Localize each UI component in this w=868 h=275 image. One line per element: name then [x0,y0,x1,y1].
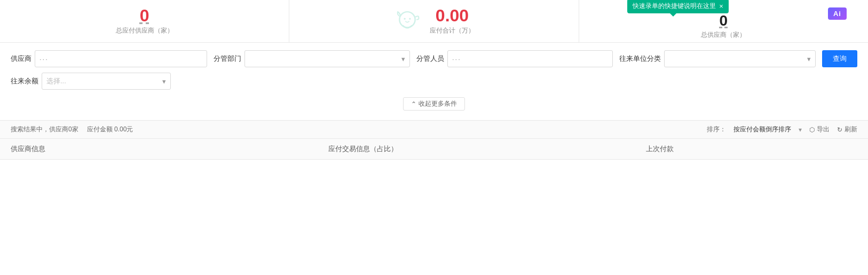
query-button[interactable]: 查询 [822,50,857,67]
unit-input[interactable]: ▾ [664,50,816,67]
unit-arrow: ▾ [807,55,811,63]
tooltip-bubble: 快速录单的快捷键说明在这里 × [627,0,729,13]
supplier-dots: ··· [40,55,49,63]
collapse-label: 收起更多条件 [419,99,457,108]
sort-arrow: ▾ [799,126,802,133]
balance-label: 往来余额 [11,76,38,86]
svg-point-1 [404,18,405,19]
svg-point-2 [409,18,411,19]
dept-field-group: 分管部门 ▾ [214,50,410,67]
person-field-group: 分管人员 ··· [416,50,613,67]
export-label: 导出 [817,125,830,134]
payable-supplier-label: 总应付供应商（家） [116,26,173,35]
balance-placeholder: 选择... [46,76,66,86]
pig-icon [393,7,421,35]
collapse-row: ⌃ 收起更多条件 [11,95,857,116]
dept-label: 分管部门 [214,54,241,64]
col-header-info: 供应商信息 [11,144,328,154]
stat-block-mid: 0.00 应付合计（万） [289,0,579,42]
col-header-trans: 应付交易信息（占比） [328,144,646,154]
collapse-icon: ⌃ [411,100,416,108]
result-left: 搜索结果中，供应商0家 应付金额 0.00元 [11,125,133,134]
unit-field-group: 往来单位分类 ▾ [619,50,816,67]
result-amount: 应付金额 0.00元 [87,125,133,134]
balance-field-group: 往来余额 选择... ▾ [11,73,171,90]
balance-input[interactable]: 选择... ▾ [42,73,171,90]
tooltip-close-btn[interactable]: × [719,3,723,10]
supplier-field-group: 供应商 ··· [11,50,207,67]
person-dots: ··· [452,55,461,63]
refresh-button[interactable]: ↻ 刷新 [837,125,857,134]
tooltip-text: 快速录单的快捷键说明在这里 [633,2,716,11]
dept-input[interactable]: ▾ [244,50,410,67]
search-row-2: 往来余额 选择... ▾ [11,73,857,90]
unit-label: 往来单位分类 [619,54,661,64]
stat-block-right: 快速录单的快捷键说明在这里 × 0 总供应商（家） Ai [579,0,868,42]
svg-point-0 [399,12,415,27]
ai-badge[interactable]: Ai [828,7,847,20]
result-supplier-count: 搜索结果中，供应商0家 [11,125,78,134]
supplier-input[interactable]: ··· [35,50,207,67]
search-area: 供应商 ··· 分管部门 ▾ 分管人员 ··· 往来单位分类 ▾ [0,43,868,121]
table-body [0,160,868,275]
export-button[interactable]: ⬡ 导出 [809,125,830,134]
refresh-icon: ↻ [837,126,842,133]
total-amount-number: 0.00 [430,7,475,24]
person-label: 分管人员 [416,54,444,64]
dept-arrow: ▾ [401,55,405,63]
sort-value[interactable]: 按应付会额倒序排序 [733,125,791,134]
result-right: 排序： 按应付会额倒序排序 ▾ ⬡ 导出 ↻ 刷新 [707,125,857,134]
search-row-1: 供应商 ··· 分管部门 ▾ 分管人员 ··· 往来单位分类 ▾ [11,50,857,67]
total-amount-label: 应付合计（万） [430,26,475,35]
export-icon: ⬡ [809,126,815,133]
stat-block-left: 0 总应付供应商（家） [0,0,289,42]
balance-arrow: ▾ [162,77,166,85]
supplier-label: 供应商 [11,54,31,64]
collapse-button[interactable]: ⌃ 收起更多条件 [403,97,465,111]
person-input[interactable]: ··· [447,50,613,67]
result-bar: 搜索结果中，供应商0家 应付金额 0.00元 排序： 按应付会额倒序排序 ▾ ⬡… [0,121,868,139]
top-stats-bar: 0 总应付供应商（家） 0.00 应付合计（万） 快速录单的快捷键说明在这里 × [0,0,868,43]
table-header: 供应商信息 应付交易信息（占比） 上次付款 [0,139,868,160]
total-supplier-label: 总供应商（家） [701,30,746,40]
col-header-last: 上次付款 [646,144,858,154]
refresh-label: 刷新 [845,125,857,134]
total-supplier-count: 0 [701,13,746,28]
payable-supplier-count: 0 [116,7,173,24]
sort-label: 排序： [707,125,726,134]
